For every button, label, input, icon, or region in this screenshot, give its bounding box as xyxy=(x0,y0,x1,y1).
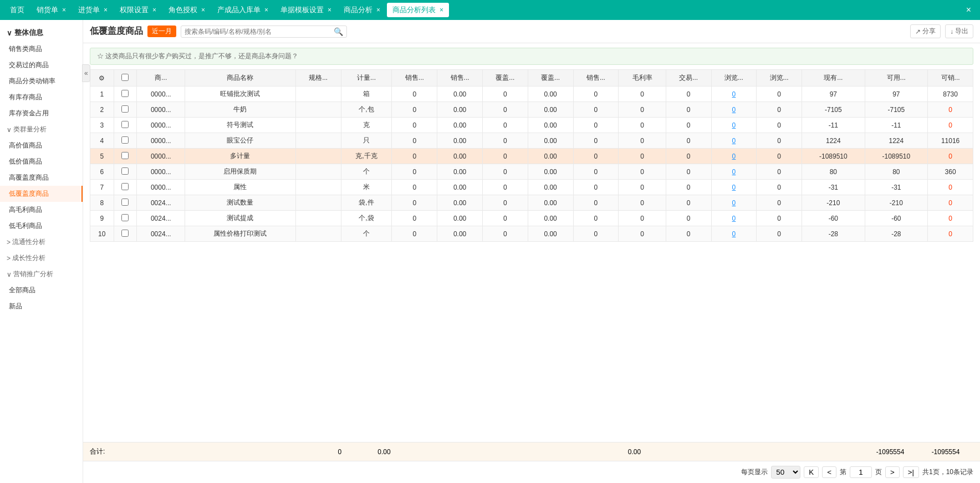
col-header-sales_amt[interactable]: 销售... xyxy=(437,70,483,87)
row-checkbox[interactable] xyxy=(121,121,129,128)
sidebar-section-整体信息[interactable]: ∨整体信息 xyxy=(0,24,83,41)
col-header-current_stock[interactable]: 现有... xyxy=(802,70,865,87)
col-header-margin[interactable]: 毛利率 xyxy=(619,70,666,87)
col-header-code[interactable]: 商... xyxy=(137,70,185,87)
share-button[interactable]: ↗ 分享 xyxy=(910,24,941,38)
row-current: -7105 xyxy=(802,102,865,118)
sidebar-item-库存资金占用[interactable]: 库存资金占用 xyxy=(0,105,83,121)
row-checkbox[interactable] xyxy=(121,167,129,175)
nav-close-icon[interactable]: × xyxy=(264,6,268,14)
col-header-spec[interactable]: 规格... xyxy=(295,70,341,87)
nav-item-权限设置[interactable]: 权限设置× xyxy=(114,3,162,17)
sidebar-section-类群量分析[interactable]: ∨类群量分析 xyxy=(0,121,83,138)
browse-link[interactable]: 0 xyxy=(732,168,736,176)
col-header-unit[interactable]: 计量... xyxy=(341,70,392,87)
table-container[interactable]: ⚙商...商品名称规格...计量...销售...销售...覆盖...覆盖...销… xyxy=(83,69,980,442)
search-icon[interactable]: 🔍 xyxy=(334,27,343,36)
col-header-name[interactable]: 商品名称 xyxy=(185,70,296,87)
sidebar-item-高覆盖度商品[interactable]: 高覆盖度商品 xyxy=(0,170,83,186)
browse-link[interactable]: 0 xyxy=(732,152,736,160)
sidebar-item-低毛利商品[interactable]: 低毛利商品 xyxy=(0,218,83,234)
col-header-coverage1[interactable]: 覆盖... xyxy=(482,70,528,87)
col-header-sales3[interactable]: 销售... xyxy=(573,70,619,87)
col-header-coverage2[interactable]: 覆盖... xyxy=(528,70,573,87)
nav-close-icon[interactable]: × xyxy=(376,6,380,14)
row-margin: 0 xyxy=(619,102,666,118)
prev-page-btn[interactable]: < xyxy=(822,466,836,478)
browse-link[interactable]: 0 xyxy=(732,137,736,145)
row-checkbox-cell xyxy=(114,195,137,211)
next-page-btn[interactable]: > xyxy=(885,466,900,478)
export-button[interactable]: ↓ 导出 xyxy=(945,24,973,38)
sidebar-item-销售类商品[interactable]: 销售类商品 xyxy=(0,41,83,57)
row-unit: 袋,件 xyxy=(341,195,392,211)
page-size-select[interactable]: 2050100 xyxy=(771,466,800,479)
nav-item-商品分析[interactable]: 商品分析× xyxy=(338,3,386,17)
nav-close-icon[interactable]: × xyxy=(328,6,331,14)
last-page-btn[interactable]: >| xyxy=(903,466,919,478)
nav-close-icon[interactable]: × xyxy=(104,6,108,14)
time-filter-btn[interactable]: 近一月 xyxy=(147,26,176,37)
nav-close-icon[interactable]: × xyxy=(201,6,205,14)
row-checkbox[interactable] xyxy=(121,214,129,221)
sidebar-toggle-btn[interactable]: « xyxy=(82,64,90,82)
page-number-input[interactable] xyxy=(850,466,872,478)
row-checkbox[interactable] xyxy=(121,199,129,206)
browse-link[interactable]: 0 xyxy=(732,199,736,207)
sidebar-item-低价值商品[interactable]: 低价值商品 xyxy=(0,154,83,170)
col-header-saleable[interactable]: 可销... xyxy=(928,70,973,87)
nav-close-icon[interactable]: × xyxy=(440,6,443,14)
col-header-browse1[interactable]: 浏览... xyxy=(711,70,757,87)
sidebar-item-高毛利商品[interactable]: 高毛利商品 xyxy=(0,202,83,218)
sidebar-section-流通性分析[interactable]: >流通性分析 xyxy=(0,234,83,250)
browse-link[interactable]: 0 xyxy=(732,215,736,222)
col-header-settings[interactable]: ⚙ xyxy=(90,70,114,87)
browse-link[interactable]: 0 xyxy=(732,106,736,114)
page-word: 第 xyxy=(840,467,846,477)
select-all-checkbox[interactable] xyxy=(121,74,129,81)
nav-item-角色授权[interactable]: 角色授权× xyxy=(163,3,211,17)
col-header-sales_qty[interactable]: 销售... xyxy=(392,70,437,87)
col-header-trade[interactable]: 交易... xyxy=(666,70,711,87)
sidebar-item-高价值商品[interactable]: 高价值商品 xyxy=(0,138,83,154)
browse-link[interactable]: 0 xyxy=(732,121,736,129)
close-window-icon[interactable]: × xyxy=(962,4,976,16)
sidebar-item-全部商品[interactable]: 全部商品 xyxy=(0,282,83,298)
search-input[interactable] xyxy=(185,28,331,35)
data-table: ⚙商...商品名称规格...计量...销售...销售...覆盖...覆盖...销… xyxy=(90,69,973,242)
sidebar-item-有库存商品[interactable]: 有库存商品 xyxy=(0,89,83,105)
nav-item-商品分析列表[interactable]: 商品分析列表× xyxy=(387,3,449,17)
nav-item-首页[interactable]: 首页 xyxy=(4,3,30,17)
sidebar-item-新品[interactable]: 新品 xyxy=(0,298,83,314)
sidebar-item-交易过的商品[interactable]: 交易过的商品 xyxy=(0,57,83,73)
browse-link[interactable]: 0 xyxy=(732,184,736,191)
col-header-checkbox[interactable] xyxy=(114,70,137,87)
row-checkbox[interactable] xyxy=(121,152,129,159)
nav-close-icon[interactable]: × xyxy=(62,6,66,14)
nav-item-产成品入库单[interactable]: 产成品入库单× xyxy=(212,3,274,17)
nav-close-icon[interactable]: × xyxy=(152,6,156,14)
row-checkbox[interactable] xyxy=(121,230,129,237)
row-browse2: 0 xyxy=(757,118,802,133)
sidebar-item-商品分类动销率[interactable]: 商品分类动销率 xyxy=(0,73,83,89)
share-icon: ↗ xyxy=(915,28,921,35)
row-checkbox[interactable] xyxy=(121,90,129,97)
header-actions: ↗ 分享 ↓ 导出 xyxy=(910,24,973,38)
row-checkbox[interactable] xyxy=(121,105,129,113)
sidebar-section-成长性分析[interactable]: >成长性分析 xyxy=(0,250,83,266)
nav-item-销货单[interactable]: 销货单× xyxy=(31,3,72,17)
first-page-btn[interactable]: K xyxy=(804,466,819,478)
sidebar-section-营销推广分析[interactable]: ∨营销推广分析 xyxy=(0,266,83,282)
col-header-available_stock[interactable]: 可用... xyxy=(865,70,928,87)
browse-link[interactable]: 0 xyxy=(732,230,736,238)
col-header-browse2[interactable]: 浏览... xyxy=(757,70,802,87)
row-checkbox[interactable] xyxy=(121,136,129,144)
col-sort-saleable: 可销... xyxy=(941,74,960,82)
row-checkbox[interactable] xyxy=(121,183,129,190)
row-code: 0000... xyxy=(137,87,185,102)
row-trade: 0 xyxy=(666,195,711,211)
sidebar-item-低覆盖度商品[interactable]: 低覆盖度商品 xyxy=(0,186,83,202)
nav-item-进货单[interactable]: 进货单× xyxy=(73,3,113,17)
browse-link[interactable]: 0 xyxy=(732,90,736,98)
nav-item-单据模板设置[interactable]: 单据模板设置× xyxy=(275,3,337,17)
